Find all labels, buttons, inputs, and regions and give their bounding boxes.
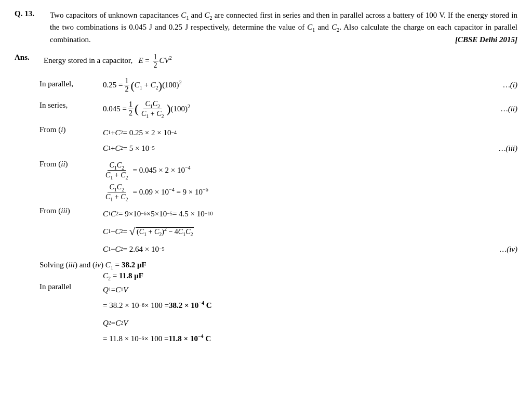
cbse-reference: [CBSE Delhi 2015] xyxy=(455,34,517,46)
energy-formula: Energy stored in a capacitor, E = 12CV2 xyxy=(44,53,172,70)
c2-line: C2 = 11.8 μF xyxy=(15,271,517,280)
eq-number-iii: …(iii) xyxy=(486,144,517,153)
from-iii-eq3: C1 − C2 = 2.64 × 10−5 …(iv) xyxy=(103,242,517,256)
parallel-section: In parallel, 0.25 = 12 (C1 + C2)(100)2 …… xyxy=(15,77,517,95)
question-number: Q. 13. xyxy=(15,9,46,46)
eq-number-i: …(i) xyxy=(503,78,517,92)
from-i-block: From (i) C1 + C2 = 0.25 × 2 × 10−4 C1 + … xyxy=(15,125,517,157)
from-ii-content: C1C2 C1 + C2 = 0.045 × 2 × 10−4 C1C2 C1 … xyxy=(103,160,517,203)
from-ii-eq2: C1C2 C1 + C2 = 0.09 × 10−4 = 9 × 10−6 xyxy=(103,182,517,202)
from-ii-eq1: C1C2 C1 + C2 = 0.045 × 2 × 10−4 xyxy=(103,160,517,180)
q1-label-line: Q1 = C1V xyxy=(103,282,517,297)
series-label: In series, xyxy=(15,98,103,112)
series-content: 0.045 = 12 ( C1C2 C1 + C2 ) (100)2 …(ii) xyxy=(103,98,517,120)
parallel-label: In parallel, xyxy=(15,77,103,91)
from-i-label: From (i) xyxy=(15,125,103,134)
eq-number-iv: …(iv) xyxy=(486,245,517,254)
series-equation: 0.045 = 12 ( C1C2 C1 + C2 ) (100)2 …(ii) xyxy=(103,98,517,119)
from-ii-label: From (ii) xyxy=(15,160,103,169)
from-iii-block: From (iii) C1 C2 = 9×10−6 ×5×10−5 = 4.5 … xyxy=(15,206,517,257)
from-ii-block: From (ii) C1C2 C1 + C2 = 0.045 × 2 × 10−… xyxy=(15,160,517,203)
parallel-equation: 0.25 = 12 (C1 + C2)(100)2 …(i) xyxy=(103,77,517,94)
from-i-eq1: C1 + C2 = 0.25 × 2 × 10−4 xyxy=(103,125,517,140)
from-i-content: C1 + C2 = 0.25 × 2 × 10−4 C1 + C2 = 5 × … xyxy=(103,125,517,157)
parallel-content: 0.25 = 12 (C1 + C2)(100)2 …(i) xyxy=(103,77,517,95)
from-i-eq2: C1 + C2 = 5 × 10−5 …(iii) xyxy=(103,141,517,156)
q2-value-line: = 11.8 × 10−6 × 100 = 11.8 × 10−4 C xyxy=(103,331,517,346)
from-iii-label: From (iii) xyxy=(15,206,103,215)
in-parallel-block: In parallel Q1 = C1V = 38.2 × 10−6 × 100… xyxy=(15,282,517,347)
from-iii-content: C1 C2 = 9×10−6 ×5×10−5 = 4.5 × 10−10 C1 … xyxy=(103,206,517,257)
series-section: In series, 0.045 = 12 ( C1C2 C1 + C2 ) (… xyxy=(15,98,517,120)
answer-row: Ans. Energy stored in a capacitor, E = 1… xyxy=(15,53,517,70)
in-parallel-label: In parallel xyxy=(15,282,103,291)
from-iii-eq1: C1 C2 = 9×10−6 ×5×10−5 = 4.5 × 10−10 xyxy=(103,206,517,221)
solving-line: Solving (iii) and (iv) C1 = 38.2 μF xyxy=(15,261,517,269)
eq-number-ii: …(ii) xyxy=(501,102,517,116)
q1-value-line: = 38.2 × 10−6 × 100 = 38.2 × 10−4 C xyxy=(103,298,517,313)
question-block: Q. 13. Two capacitors of unknown capacit… xyxy=(15,9,517,46)
q2-label-line: Q2 = C2V xyxy=(103,316,517,330)
question-text: Two capacitors of unknown capacitances C… xyxy=(50,9,517,46)
from-iii-eq2: C1 − C2 = √ (C1 + C2)2 − 4C1C2 xyxy=(103,224,517,239)
in-parallel-content: Q1 = C1V = 38.2 × 10−6 × 100 = 38.2 × 10… xyxy=(103,282,517,347)
ans-label: Ans. xyxy=(15,53,39,62)
